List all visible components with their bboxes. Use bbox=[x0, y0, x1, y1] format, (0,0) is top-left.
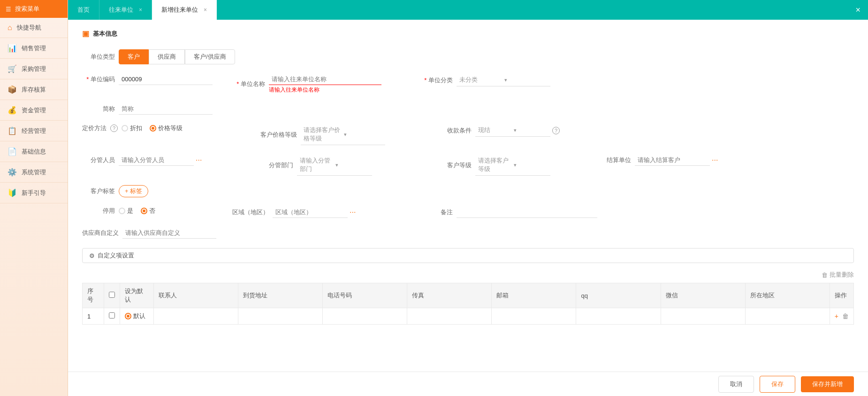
category-select[interactable]: 未分类 ▾ bbox=[457, 74, 550, 86]
tab-partner[interactable]: 往来单位 × bbox=[99, 0, 152, 20]
category-dropdown-arrow: ▾ bbox=[504, 77, 548, 83]
settlement-input[interactable] bbox=[635, 155, 710, 166]
pricing-level-option[interactable]: 价格等级 bbox=[150, 124, 183, 132]
row-fax[interactable] bbox=[407, 308, 492, 325]
tab-home[interactable]: 首页 bbox=[68, 0, 99, 20]
pricing-discount-option[interactable]: 折扣 bbox=[122, 124, 142, 132]
custom-settings-button[interactable]: ⚙ 自定义项设置 bbox=[82, 248, 854, 263]
settlement-more-button[interactable]: ··· bbox=[712, 156, 718, 164]
sidebar-label: 经营管理 bbox=[22, 127, 46, 135]
payment-field: 收款条件 现结 ▾ ? bbox=[439, 124, 854, 137]
tab-partner-close[interactable]: × bbox=[139, 7, 142, 13]
custom-settings-label: 自定义项设置 bbox=[98, 251, 134, 260]
region-more-button[interactable]: ··· bbox=[350, 208, 356, 217]
sidebar-item-operation[interactable]: 📋 经营管理 bbox=[0, 121, 68, 141]
row-phone[interactable] bbox=[323, 308, 407, 325]
add-row-button[interactable]: + bbox=[835, 312, 838, 320]
row-email[interactable] bbox=[492, 308, 576, 325]
name-input[interactable] bbox=[269, 74, 381, 85]
short-name-row: 简称 bbox=[82, 103, 854, 115]
row-default-label: 默认 bbox=[133, 312, 145, 320]
code-name-category-row: 单位编码 单位名称 请输入往来单位名称 单位分类 未分类 ▾ bbox=[82, 74, 854, 94]
col-wechat: 微信 bbox=[661, 283, 745, 308]
operation-icon: 📋 bbox=[8, 126, 17, 135]
form-area: ▣ 基本信息 单位类型 客户 供应商 客户/供应商 单位编码 单位名称 bbox=[68, 20, 868, 372]
row-qq[interactable] bbox=[576, 308, 661, 325]
delete-row-button[interactable]: 🗑 bbox=[842, 312, 849, 320]
search-menu-button[interactable]: ☰ 搜索菜单 bbox=[0, 0, 68, 18]
remark-input[interactable] bbox=[457, 207, 597, 218]
save-button[interactable]: 保存 bbox=[760, 376, 795, 393]
wechat-input[interactable] bbox=[666, 313, 740, 320]
fax-input[interactable] bbox=[412, 313, 487, 320]
email-input[interactable] bbox=[496, 313, 571, 320]
col-fax: 传真 bbox=[407, 283, 492, 308]
batch-delete-label[interactable]: 批量删除 bbox=[830, 271, 854, 279]
row-default-radio-item[interactable]: 默认 bbox=[125, 312, 149, 320]
customer-level-placeholder: 请选择客户等级 bbox=[478, 156, 512, 173]
unit-type-customer[interactable]: 客户 bbox=[119, 49, 149, 64]
tab-new-partner[interactable]: 新增往来单位 × bbox=[152, 0, 217, 20]
sales-icon: 📊 bbox=[8, 44, 17, 53]
tag-label: 客户标签 bbox=[82, 187, 115, 195]
sidebar-item-basic[interactable]: 📄 基础信息 bbox=[0, 141, 68, 162]
basic-icon: 📄 bbox=[8, 147, 17, 156]
sidebar-item-sales[interactable]: 📊 销售管理 bbox=[0, 38, 68, 59]
disabled-yes-option[interactable]: 是 bbox=[119, 207, 133, 215]
row-checkbox[interactable] bbox=[109, 312, 115, 318]
customer-price-placeholder: 请选择客户价格等级 bbox=[304, 126, 342, 143]
add-tag-button[interactable]: + 标签 bbox=[119, 185, 148, 197]
sidebar-item-inventory[interactable]: 📦 库存核算 bbox=[0, 79, 68, 100]
payment-select[interactable]: 现结 ▾ bbox=[475, 124, 550, 137]
disabled-no-label: 否 bbox=[149, 207, 155, 215]
purchase-icon: 🛒 bbox=[8, 64, 17, 73]
col-qq: qq bbox=[576, 283, 661, 308]
region-input[interactable] bbox=[273, 207, 348, 218]
unit-type-supplier[interactable]: 供应商 bbox=[149, 49, 185, 64]
select-all-checkbox[interactable] bbox=[109, 292, 115, 298]
code-field: 单位编码 bbox=[82, 74, 232, 85]
pricing-level-label: 价格等级 bbox=[158, 124, 183, 132]
tab-bar-close-button[interactable]: × bbox=[855, 5, 860, 15]
save-new-button[interactable]: 保存并新增 bbox=[801, 376, 854, 392]
qq-input[interactable] bbox=[581, 313, 655, 320]
phone-input[interactable] bbox=[327, 313, 402, 320]
disabled-yes-label: 是 bbox=[127, 207, 133, 215]
manager-input[interactable] bbox=[119, 155, 194, 166]
region-field: 区域（地区） ··· bbox=[232, 207, 420, 218]
tab-new-partner-close[interactable]: × bbox=[204, 7, 207, 13]
payment-label: 收款条件 bbox=[439, 126, 472, 135]
disabled-no-option[interactable]: 否 bbox=[141, 207, 155, 215]
col-contact: 联系人 bbox=[154, 283, 238, 308]
row-wechat[interactable] bbox=[661, 308, 745, 325]
customer-price-select[interactable]: 请选择客户价格等级 ▾ bbox=[301, 124, 385, 145]
code-input[interactable] bbox=[119, 74, 213, 85]
customer-level-select[interactable]: 请选择客户等级 ▾ bbox=[475, 155, 550, 176]
department-label: 分管部门 bbox=[260, 161, 293, 170]
short-name-input[interactable] bbox=[119, 103, 213, 115]
pricing-help-icon[interactable]: ? bbox=[110, 124, 118, 132]
address-input[interactable] bbox=[243, 313, 318, 320]
sidebar-item-guide[interactable]: 🔰 新手引导 bbox=[0, 183, 68, 203]
tab-partner-label: 往来单位 bbox=[109, 6, 133, 14]
row-address[interactable] bbox=[238, 308, 323, 325]
table-header-row: 序号 设为默认 联系人 到货地址 电话号码 传真 邮箱 qq 微信 所在地区 操… bbox=[83, 283, 854, 308]
cancel-button[interactable]: 取消 bbox=[718, 376, 754, 393]
sidebar-item-system[interactable]: ⚙️ 系统管理 bbox=[0, 162, 68, 183]
manager-field: 分管人员 ··· bbox=[82, 155, 260, 166]
unit-type-both[interactable]: 客户/供应商 bbox=[185, 49, 235, 64]
supplier-custom-input[interactable] bbox=[122, 227, 216, 239]
sidebar-label: 采购管理 bbox=[22, 65, 46, 73]
department-select[interactable]: 请输入分管部门 ▾ bbox=[297, 155, 372, 176]
sidebar-item-purchase[interactable]: 🛒 采购管理 bbox=[0, 59, 68, 79]
row-region[interactable] bbox=[745, 308, 830, 325]
sidebar-item-quick-nav[interactable]: ⌂ 快捷导航 bbox=[0, 18, 68, 38]
row-contact[interactable] bbox=[154, 308, 238, 325]
payment-help-icon[interactable]: ? bbox=[552, 127, 560, 134]
sidebar-item-finance[interactable]: 💰 资金管理 bbox=[0, 100, 68, 121]
manager-more-button[interactable]: ··· bbox=[196, 156, 202, 164]
contact-input[interactable] bbox=[159, 313, 233, 320]
region-table-input[interactable] bbox=[750, 313, 825, 320]
supplier-custom-label: 供应商自定义 bbox=[82, 229, 119, 237]
short-name-label: 简称 bbox=[82, 105, 115, 113]
